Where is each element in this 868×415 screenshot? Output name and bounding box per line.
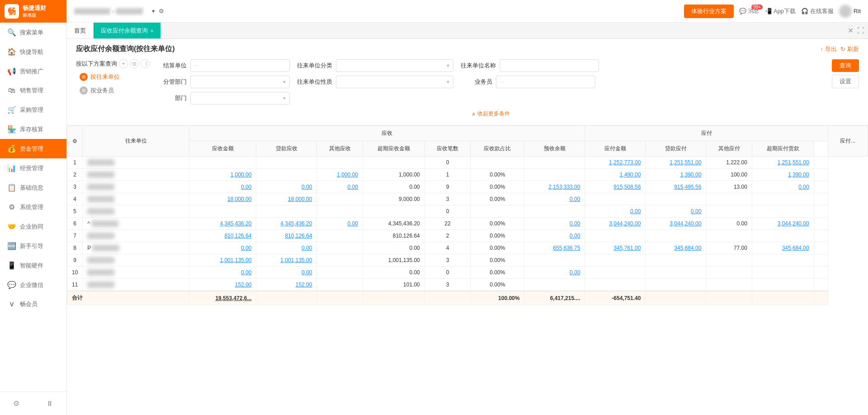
sales-label: 销售管理 [20,86,43,95]
topbar-dropdown-btn[interactable]: ▾ [152,8,155,14]
sidebar-settings-btn[interactable]: ⚙ [9,396,23,411]
user-avatar[interactable]: Rit [839,5,861,18]
tab-fullscreen-icon[interactable]: ⛶ [857,27,864,35]
table-row: 7███████810,126.64810,126.64810,126.6420… [67,230,868,242]
table-row: 5███████00.000.00 [67,205,868,218]
filter-row-1: 结算单位 ··· 往来单位分类 ▾ [155,59,826,72]
by-staff-label: 按业务员 [90,86,114,95]
chevron-up-icon: ∧ [472,111,476,117]
inventory-icon: 🏪 [7,125,16,134]
topbar-gear-btn[interactable]: ⚙ [159,8,164,14]
sidebar-item-guide[interactable]: 🆕 新手引导 [0,236,66,256]
summary-ar-loan [256,291,317,305]
tab-ar-ap-label: 应收应付余额查询 [101,27,148,35]
table-area: ⚙ 往来单位 应收 应付 应付... [67,125,868,415]
sidebar-item-marketing[interactable]: 📢 营销推广 [0,62,66,81]
export-icon: ↑ [821,46,824,52]
unit-nature-input[interactable]: ▾ [336,76,453,88]
tab-close-all-icon[interactable]: ✕ [848,26,854,35]
tab-home[interactable]: 首页 [67,23,94,38]
sidebar-collapse-btn[interactable]: ⏸ [42,396,57,411]
filter-unit-category: 往来单位分类 ▾ [297,59,453,72]
dept-mgr-label: 分管部门 [155,78,187,86]
table-row: 6^ ███████4,345,436.204,345,436.200.004,… [67,218,868,230]
summary-ap-loan [646,291,706,305]
th-ap-group: 应付 [585,126,828,141]
sidebar-item-member[interactable]: V 畅会员 [0,295,66,314]
summary-ar-count [425,291,471,305]
tab-home-label: 首页 [74,27,86,35]
sidebar-item-sales[interactable]: 🛍 销售管理 [0,81,66,100]
sidebar-item-collab[interactable]: 🤝 企业协同 [0,217,66,236]
scheme-settings-btn[interactable]: ⊙ [130,59,139,68]
app-download-btn[interactable]: 📲 App下载 [764,7,796,15]
chevron-down-icon3: ▾ [447,79,449,85]
sidebar-item-quick-nav[interactable]: 🏠 快捷导航 [0,42,66,62]
service-icon: 🎧 [801,8,808,14]
filter-options: 按 按往来单位 按 按业务员 [76,71,150,96]
th-ap-overdue: 超期应付货款 [752,141,814,157]
purchase-label: 采购管理 [20,106,43,114]
unit-category-input[interactable]: ▾ [336,59,453,72]
sidebar-item-search-menu[interactable]: 🔍 搜索菜单 [0,23,66,42]
tab-close-icon[interactable]: × [151,28,153,33]
sidebar-item-inventory[interactable]: 🏪 库存核算 [0,119,66,139]
summary-ar-amount[interactable]: 19,553,472,6... [189,291,256,305]
avatar-img [839,5,852,18]
filter-dept: 部门 ▾ [155,92,290,105]
salesman-input[interactable]: ··· [496,76,595,88]
filter-by-unit[interactable]: 按 按往来单位 [76,71,150,83]
th-unit: 往来单位 [83,126,189,157]
filter-by-staff[interactable]: 按 按业务员 [76,85,150,96]
settings-btn[interactable]: 设置 [832,75,859,88]
system-label: 系统管理 [20,203,43,211]
refresh-btn[interactable]: ↻ 刷新 [840,45,859,53]
dept-input[interactable]: ▾ [190,92,290,105]
th-settings[interactable]: ⚙ [67,126,83,157]
table-row: 1███████01,252,773.001,251,551.001,222.0… [67,157,868,169]
app-icon: 📲 [764,8,772,14]
filter-fields: 结算单位 ··· 往来单位分类 ▾ [155,59,826,119]
page-header: 应收应付余额查询(按往来单位) ↑ 导出 ↻ 刷新 [67,39,868,54]
tab-ar-ap[interactable]: 应收应付余额查询 × [94,23,161,38]
operation-label: 经营管理 [20,164,43,172]
refresh-label: 刷新 [847,45,859,53]
sidebar-item-hardware[interactable]: 📱 智能硬件 [0,256,66,275]
export-btn[interactable]: ↑ 导出 [821,45,837,53]
brand-name: 畅捷通财 [23,4,46,12]
dept-mgr-input[interactable]: ▾ [190,76,290,88]
content-area: 应收应付余额查询(按往来单位) ↑ 导出 ↻ 刷新 按以下方案 [67,39,868,415]
user-name: Rit [854,8,861,14]
message-badge: 99+ [751,5,763,10]
operation-icon: 📊 [7,164,16,172]
scheme-collapse-btn[interactable]: 《 [141,59,150,68]
sidebar-item-purchase[interactable]: 🛒 采购管理 [0,100,66,119]
sidebar-item-wechat[interactable]: 💬 企业微信 [0,275,66,295]
table-row: 9███████1,001,135.001,001,135.001,001,13… [67,254,868,267]
message-btn[interactable]: 💬 消息 99+ [739,7,759,15]
logo-icon: 畅 [5,4,19,19]
sidebar-item-system[interactable]: ⚙ 系统管理 [0,197,66,217]
query-btn[interactable]: 查询 [832,59,859,72]
service-btn[interactable]: 🎧 在线客服 [801,7,834,15]
filter-collapse-area: ∧ 收起更多条件 [155,108,826,119]
filter-row-2: 分管部门 ▾ 往来单位性质 ▾ [155,76,826,88]
chevron-down-icon4: ▾ [283,95,286,101]
collapse-more-btn[interactable]: ∧ 收起更多条件 [470,108,512,119]
refresh-icon: ↻ [840,46,845,52]
summary-ap-other [706,291,752,305]
summary-ap-amount: -654,751.40 [585,291,646,305]
sidebar-item-operation[interactable]: 📊 经营管理 [0,158,66,178]
summary-ar-other [317,291,363,305]
by-staff-icon: 按 [80,86,88,95]
sidebar-logo: 畅 畅捷通财 标准版 [0,0,66,23]
sidebar-item-base-info[interactable]: 📋 基础信息 [0,178,66,197]
sidebar-item-capital[interactable]: 💰 资金管理 [0,139,66,158]
settlement-unit-input[interactable]: ··· [190,59,290,72]
industry-btn[interactable]: 体验行业方案 [684,5,734,18]
unit-name-input[interactable] [500,59,599,72]
quick-nav-label: 快捷导航 [20,48,43,56]
add-scheme-btn[interactable]: + [119,59,128,68]
collab-label: 企业协同 [20,223,43,231]
chevron-down-icon: ▾ [447,62,449,69]
